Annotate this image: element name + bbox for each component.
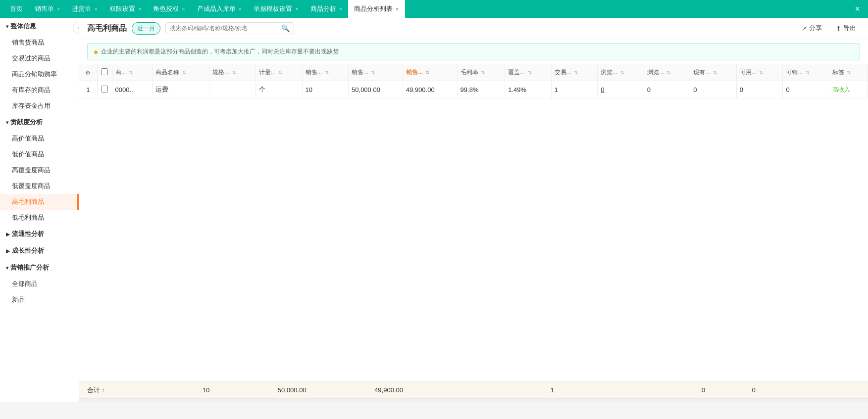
col-available-header[interactable]: 可用... ⇅ xyxy=(736,64,783,81)
content-header: 高毛利商品 近一月 🔍 ↗ 分享 ⬆ 导出 xyxy=(79,18,868,39)
sidebar-item-inventory-funds[interactable]: 库存资金占用 xyxy=(0,98,79,114)
footer-browse2 xyxy=(609,386,659,394)
info-icon: ◆ xyxy=(94,48,98,55)
close-sales-order[interactable]: × xyxy=(57,6,60,12)
select-all-checkbox[interactable] xyxy=(101,68,108,75)
horizontal-scrollbar[interactable] xyxy=(79,398,868,402)
footer-available: 0 xyxy=(709,386,760,394)
col-browse2-header[interactable]: 浏览... ⇅ xyxy=(644,64,690,81)
nav-role-auth[interactable]: 角色授权 × xyxy=(147,0,191,18)
sidebar-group-marketing[interactable]: ▾ 营销推广分析 xyxy=(0,259,79,276)
col-num: ⚙ xyxy=(79,64,97,81)
col-salesamt-header[interactable]: 销售... ⇅ xyxy=(349,64,403,81)
sidebar-item-high-value[interactable]: 高价值商品 xyxy=(0,131,79,146)
sidebar-item-high-coverage[interactable]: 高覆盖度商品 xyxy=(0,162,79,178)
col-spec-header[interactable]: 规格... ⇅ xyxy=(209,64,256,81)
sidebar-group-liquidity[interactable]: ▶ 流通性分析 xyxy=(0,226,79,242)
nav-template-settings[interactable]: 单据模板设置 × xyxy=(248,0,304,18)
sidebar-item-in-stock-goods[interactable]: 有库存的商品 xyxy=(0,82,79,98)
cell-transaction: 1 xyxy=(551,81,598,98)
nav-sales-order[interactable]: 销售单 × xyxy=(29,0,66,18)
sort-code-icon: ⇅ xyxy=(129,70,133,75)
table-wrapper: ⚙ 商... ⇅ 商品名称 ⇅ xyxy=(79,64,868,381)
footer-salesqty: 10 xyxy=(117,386,213,394)
nav-product-analysis[interactable]: 商品分析 × xyxy=(305,0,348,18)
export-button[interactable]: ⬆ 导出 xyxy=(832,22,860,35)
col-name-header[interactable]: 商品名称 ⇅ xyxy=(153,64,209,81)
col-code-header[interactable]: 商... ⇅ xyxy=(112,64,153,81)
sort-unit-icon: ⇅ xyxy=(278,70,282,75)
cell-browse1[interactable]: 0 xyxy=(598,81,644,98)
sidebar-item-low-gross[interactable]: 低毛利商品 xyxy=(0,210,79,226)
close-permission-settings[interactable]: × xyxy=(138,6,141,12)
footer-label: 合计： xyxy=(87,386,117,395)
sort-saleable-icon: ⇅ xyxy=(806,70,810,75)
settings-icon[interactable]: ⚙ xyxy=(85,69,91,76)
sidebar-item-all-goods[interactable]: 全部商品 xyxy=(0,276,79,292)
close-product-analysis[interactable]: × xyxy=(339,6,342,12)
footer-saleable xyxy=(760,386,810,394)
close-template-settings[interactable]: × xyxy=(295,6,298,12)
sidebar-item-traded-goods[interactable]: 交易过的商品 xyxy=(0,50,79,66)
search-input[interactable] xyxy=(170,25,279,32)
sidebar-item-low-value[interactable]: 低价值商品 xyxy=(0,146,79,162)
arrow-growth: ▶ xyxy=(6,248,10,254)
arrow-marketing: ▾ xyxy=(6,265,8,271)
col-salescost-header[interactable]: 销售... ⇅ xyxy=(403,64,457,81)
sidebar-item-low-coverage[interactable]: 低覆盖度商品 xyxy=(0,178,79,194)
share-button[interactable]: ↗ 分享 xyxy=(798,22,826,35)
sidebar-group-contribution[interactable]: ▾ 贡献度分析 xyxy=(0,114,79,131)
sidebar-item-sales-goods[interactable]: 销售货商品 xyxy=(0,35,79,50)
col-saleable-header[interactable]: 可销... ⇅ xyxy=(783,64,829,81)
filter-recent-month[interactable]: 近一月 xyxy=(132,22,160,35)
sort-salesamt-icon: ⇅ xyxy=(371,70,375,75)
nav-permission-settings[interactable]: 权限设置 × xyxy=(103,0,147,18)
col-browse1-header[interactable]: 浏览... ⇅ xyxy=(598,64,644,81)
sort-tag-icon: ⇅ xyxy=(847,70,851,75)
share-icon: ↗ xyxy=(802,25,807,32)
col-grossmargin-header[interactable]: 毛利率 ⇅ xyxy=(457,64,505,81)
col-transaction-header[interactable]: 交易... ⇅ xyxy=(551,64,598,81)
footer-total: 合计： 10 50,000.00 49,900.00 1 0 0 xyxy=(79,381,868,398)
col-unit-header[interactable]: 计量... ⇅ xyxy=(256,64,303,81)
nav-product-analysis-list[interactable]: 商品分析列表 × xyxy=(348,0,405,18)
content-area: 高毛利商品 近一月 🔍 ↗ 分享 ⬆ 导出 ◆ 企业的主要的利润都是这部分商品创… xyxy=(79,18,868,402)
sort-salesqty-icon: ⇅ xyxy=(325,70,329,75)
cell-salesamt: 50,000.00 xyxy=(349,81,403,98)
table-row: 1 0000... 运费 个 10 50,000.00 49,900.00 99… xyxy=(79,81,868,98)
col-tag-header[interactable]: 标签 ⇅ xyxy=(829,64,868,81)
sidebar-item-distribution-rate[interactable]: 商品分销助购率 xyxy=(0,66,79,82)
cell-browse2: 0 xyxy=(644,81,690,98)
sort-transaction-icon: ⇅ xyxy=(574,70,578,75)
close-purchase-order[interactable]: × xyxy=(94,6,97,12)
close-product-inbound[interactable]: × xyxy=(239,6,242,12)
cell-salescost: 49,900.00 xyxy=(403,81,457,98)
row-checkbox[interactable] xyxy=(101,86,108,93)
nav-product-inbound[interactable]: 产成品入库单 × xyxy=(191,0,248,18)
sidebar-group-overall[interactable]: ▾ 整体信息 xyxy=(0,18,79,35)
cell-unit: 个 xyxy=(256,81,303,98)
sidebar-item-new-goods[interactable]: 新品 xyxy=(0,292,79,308)
cell-check xyxy=(97,81,112,98)
footer-browse xyxy=(558,386,609,394)
table-header-row: ⚙ 商... ⇅ 商品名称 ⇅ xyxy=(79,64,868,81)
close-all-tabs[interactable]: × xyxy=(851,4,864,14)
close-product-analysis-list[interactable]: × xyxy=(396,6,399,12)
cell-code: 0000... xyxy=(112,81,153,98)
cell-grossmargin: 99.8% xyxy=(457,81,505,98)
col-salesqty-header[interactable]: 销售... ⇅ xyxy=(302,64,349,81)
sidebar-item-high-gross[interactable]: 高毛利商品 xyxy=(0,194,79,210)
footer-empty2 xyxy=(458,386,508,394)
nav-purchase-order[interactable]: 进货单 × xyxy=(66,0,103,18)
sidebar-group-growth[interactable]: ▶ 成长性分析 xyxy=(0,242,79,259)
nav-home[interactable]: 首页 xyxy=(4,0,29,18)
sort-currentstock-icon: ⇅ xyxy=(713,70,717,75)
footer-transaction: 1 xyxy=(508,386,558,394)
cell-coverage: 1.49% xyxy=(505,81,552,98)
search-icon[interactable]: 🔍 xyxy=(281,24,290,32)
close-role-auth[interactable]: × xyxy=(182,6,185,12)
col-check xyxy=(97,64,112,81)
sort-available-icon: ⇅ xyxy=(759,70,763,75)
col-currentstock-header[interactable]: 现有... ⇅ xyxy=(690,64,737,81)
col-coverage-header[interactable]: 覆盖... ⇅ xyxy=(505,64,552,81)
